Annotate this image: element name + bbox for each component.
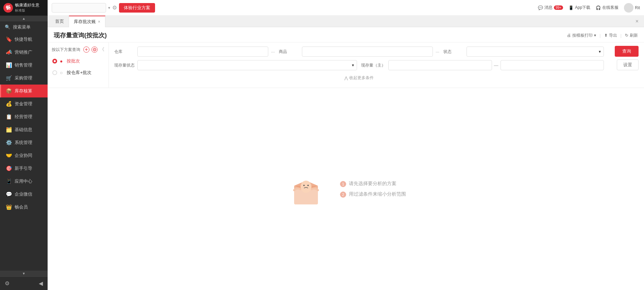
sidebar-item-newbie[interactable]: 🎯 新手引导 xyxy=(0,162,48,175)
export-button[interactable]: ⬆ 导出 xyxy=(604,33,617,38)
search-icon: 🔍 xyxy=(5,24,10,30)
refresh-icon: ↻ xyxy=(625,33,628,38)
page-title: 现存量查询(按批次) xyxy=(54,31,107,39)
filter-batch-icon: ● xyxy=(60,58,63,64)
empty-hints: 1 请先选择要分析的方案 2 用过滤条件来缩小分析范围 xyxy=(340,181,406,198)
product-more-icon[interactable]: ··· xyxy=(436,49,439,54)
filter-option-batch[interactable]: ● 按批次 xyxy=(48,55,108,67)
filter-row-1: 仓库 ··· 商品 ··· 状态 xyxy=(114,47,604,57)
empty-state: 1 请先选择要分析的方案 2 用过滤条件来缩小分析范围 xyxy=(48,88,644,290)
sidebar-item-purchase[interactable]: 🛒 采购管理 xyxy=(0,72,48,85)
marketing-icon: 📣 xyxy=(6,49,12,55)
sidebar: 畅 畅康通好生意 标准版 ▲ 🔍 搜索菜单 🔖 快捷导航 📣 营销推广 📊 销售… xyxy=(0,0,48,290)
warehouse-input[interactable] xyxy=(137,47,268,57)
main-area: ▾ ⚙ 体验行业方案 💬 消息 99+ 📱 App下载 🎧 在线客服 Rit xyxy=(48,0,644,290)
page-header: 现存量查询(按批次) 🖨 按模板打印 ▾ | ⬆ 导出 | ↻ 刷新 xyxy=(48,27,644,42)
quick-nav-icon: 🔖 xyxy=(6,36,12,42)
topbar-gear-icon[interactable]: ⚙ xyxy=(112,4,117,11)
app-center-icon: 📱 xyxy=(6,178,12,184)
query-button[interactable]: 查询 xyxy=(615,46,639,57)
app-title: 畅康通好生意 xyxy=(15,3,39,8)
inventory-qty-max-input[interactable] xyxy=(501,60,604,70)
settings-button[interactable]: 设置 xyxy=(617,59,639,70)
app-download-button[interactable]: 📱 App下载 xyxy=(569,5,590,11)
sidebar-item-wechat[interactable]: 💬 企业微信 xyxy=(0,188,48,201)
page-actions: 🖨 按模板打印 ▾ | ⬆ 导出 | ↻ 刷新 xyxy=(567,33,638,38)
sidebar-item-system[interactable]: ⚙️ 系统管理 xyxy=(0,136,48,149)
sidebar-footer: ⚙ ◀ xyxy=(0,276,48,290)
content-area: 现存量查询(按批次) 🖨 按模板打印 ▾ | ⬆ 导出 | ↻ 刷新 xyxy=(48,27,644,290)
filter-fields: 仓库 ··· 商品 ··· 状态 xyxy=(109,42,609,88)
sidebar-item-enterprise[interactable]: 🤝 企业协同 xyxy=(0,149,48,162)
inventory-status-select[interactable]: ▾ xyxy=(137,60,357,70)
search-chevron-icon[interactable]: ▾ xyxy=(108,5,110,10)
svg-point-4 xyxy=(303,185,305,186)
status-field: 状态 ▾ xyxy=(443,47,604,57)
messages-badge: 99+ xyxy=(554,5,563,10)
finance-icon: 💰 xyxy=(6,101,12,107)
enterprise-icon: 🤝 xyxy=(6,152,12,159)
sidebar-scroll-down[interactable]: ▼ xyxy=(0,271,48,276)
filter-radio-warehouse-batch xyxy=(52,70,57,75)
sidebar-item-member[interactable]: 👑 畅会员 xyxy=(0,201,48,214)
filter-layout: 按以下方案查询 + ⚙ 《 ● 按批次 ○ 按仓库+批次 xyxy=(48,42,644,88)
filter-option-warehouse-batch[interactable]: ○ 按仓库+批次 xyxy=(48,67,108,78)
search-input[interactable] xyxy=(52,3,106,13)
sidebar-item-app-center[interactable]: 📱 应用中心 xyxy=(0,175,48,188)
purchase-icon: 🛒 xyxy=(6,75,12,81)
app-subtitle: 标准版 xyxy=(15,8,39,13)
inventory-status-field: 现存量状态 ▾ xyxy=(114,60,357,70)
user-menu[interactable]: Rit xyxy=(624,3,640,13)
tab-inventory-batch[interactable]: 库存批次账 × xyxy=(69,16,105,27)
inventory-qty-min-input[interactable] xyxy=(388,60,492,70)
filter-add-icon[interactable]: + xyxy=(83,47,89,53)
sidebar-header: 畅 畅康通好生意 标准版 xyxy=(0,0,48,16)
export-icon: ⬆ xyxy=(604,33,608,38)
member-icon: 👑 xyxy=(6,204,12,210)
tab-panel-close-icon[interactable]: × xyxy=(633,18,641,24)
print-dropdown-icon[interactable]: ▾ xyxy=(594,33,596,38)
basic-icon: 🗂️ xyxy=(6,127,12,133)
message-icon: 💬 xyxy=(538,5,543,10)
filter-collapse-icon[interactable]: 《 xyxy=(100,47,104,53)
wechat-icon: 💬 xyxy=(6,191,12,197)
empty-illustration xyxy=(286,169,326,210)
svg-point-3 xyxy=(301,181,311,193)
sidebar-item-quick-nav[interactable]: 🔖 快捷导航 xyxy=(0,33,48,46)
print-button[interactable]: 🖨 按模板打印 ▾ xyxy=(567,33,596,38)
refresh-button[interactable]: ↻ 刷新 xyxy=(625,33,638,38)
sidebar-item-finance[interactable]: 💰 资金管理 xyxy=(0,97,48,110)
online-support-button[interactable]: 🎧 在线客服 xyxy=(596,5,618,11)
topbar-left: ▾ ⚙ 体验行业方案 xyxy=(52,3,535,13)
tab-home[interactable]: 首页 xyxy=(50,16,69,27)
messages-button[interactable]: 💬 消息 99+ xyxy=(538,5,563,11)
filter-collapse-button[interactable]: ⋀ 收起更多条件 xyxy=(344,75,374,81)
status-select[interactable]: ▾ xyxy=(467,47,604,57)
filter-row-2: 现存量状态 ▾ 现存量（主） — xyxy=(114,60,604,70)
headset-icon: 🎧 xyxy=(596,5,601,10)
collapse-sidebar-icon[interactable]: ◀ xyxy=(39,280,43,287)
sidebar-item-inventory[interactable]: 📦 库存核算 xyxy=(0,85,48,97)
sidebar-scroll-up[interactable]: ▲ xyxy=(0,16,48,21)
sidebar-item-operations[interactable]: 📋 经营管理 xyxy=(0,110,48,123)
warehouse-more-icon[interactable]: ··· xyxy=(271,49,275,54)
warehouse-field: 仓库 ··· xyxy=(114,47,275,57)
sidebar-item-marketing[interactable]: 📣 营销推广 xyxy=(0,46,48,59)
topbar: ▾ ⚙ 体验行业方案 💬 消息 99+ 📱 App下载 🎧 在线客服 Rit xyxy=(48,0,644,16)
sidebar-search[interactable]: 🔍 搜索菜单 xyxy=(0,21,48,33)
app-logo: 畅 xyxy=(3,3,13,13)
newbie-icon: 🎯 xyxy=(6,165,12,171)
status-label: 状态 xyxy=(443,49,464,55)
sidebar-item-sales[interactable]: 📊 销售管理 xyxy=(0,59,48,72)
filter-buttons: 查询 设置 xyxy=(609,42,644,88)
chevron-up-icon: ⋀ xyxy=(344,76,348,80)
settings-footer-icon[interactable]: ⚙ xyxy=(5,280,10,287)
product-input[interactable] xyxy=(302,47,433,57)
sidebar-item-basic[interactable]: 🗂️ 基础信息 xyxy=(0,123,48,136)
empty-box-svg xyxy=(287,170,325,208)
empty-hint-2: 2 用过滤条件来缩小分析范围 xyxy=(340,191,406,198)
tab-close-icon[interactable]: × xyxy=(98,19,100,24)
trial-button[interactable]: 体验行业方案 xyxy=(119,3,155,13)
filter-settings-icon[interactable]: ⚙ xyxy=(91,47,98,53)
filter-warehouse-batch-icon: ○ xyxy=(60,70,63,75)
